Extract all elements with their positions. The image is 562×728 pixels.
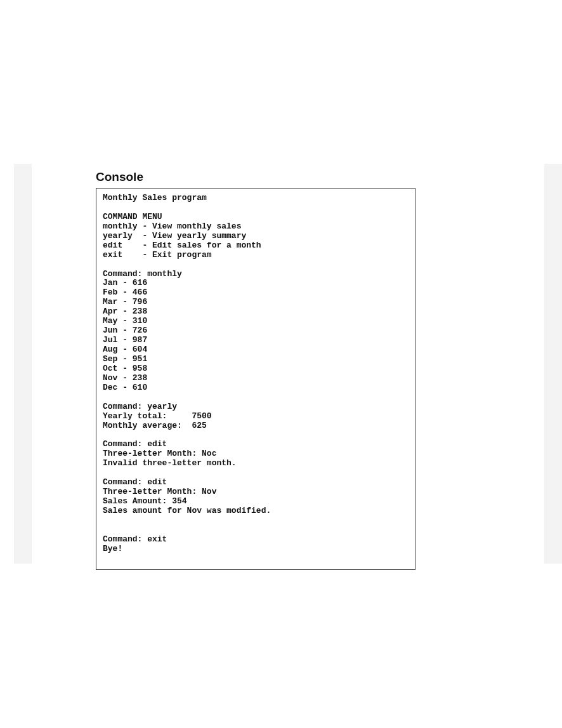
console-command: Command: monthly: [103, 269, 182, 279]
console-sales-line: Aug - 604: [103, 345, 147, 354]
console-input: Sales Amount: 354: [103, 496, 187, 506]
console-command: Command: edit: [103, 439, 167, 449]
console-command: Command: exit: [103, 534, 167, 544]
console-command: Command: edit: [103, 477, 167, 487]
console-sales-line: Apr - 238: [103, 307, 147, 316]
console-sales-line: Mar - 796: [103, 297, 147, 307]
console-menu-header: COMMAND MENU: [103, 212, 162, 222]
page-margin-left: [14, 164, 32, 564]
console-yearly-average: Monthly average: 625: [103, 421, 207, 430]
console-sales-line: Dec - 610: [103, 383, 147, 392]
console-sales-line: Jan - 616: [103, 278, 147, 288]
console-command: Command: yearly: [103, 402, 177, 411]
console-yearly-total: Yearly total: 7500: [103, 411, 212, 421]
console-sales-line: Oct - 958: [103, 364, 147, 373]
console-response: Sales amount for Nov was modified.: [103, 506, 271, 515]
console-input: Three-letter Month: Nov: [103, 487, 216, 496]
console-menu-line: monthly - View monthly sales: [103, 222, 241, 231]
console-sales-line: May - 310: [103, 316, 147, 326]
document-page: Console Monthly Sales program COMMAND ME…: [0, 164, 562, 564]
console-sales-line: Nov - 238: [103, 373, 147, 383]
console-sales-line: Jul - 987: [103, 335, 147, 345]
console-sales-line: Feb - 466: [103, 288, 147, 297]
content-area: Console Monthly Sales program COMMAND ME…: [96, 170, 451, 570]
console-output: Monthly Sales program COMMAND MENU month…: [96, 188, 415, 570]
console-input: Three-letter Month: Noc: [103, 449, 216, 458]
console-menu-line: exit - Exit program: [103, 250, 212, 260]
page-margin-right: [544, 164, 562, 564]
console-menu-line: edit - Edit sales for a month: [103, 241, 261, 250]
console-sales-line: Sep - 951: [103, 354, 147, 364]
console-response: Invalid three-letter month.: [103, 458, 237, 468]
console-response: Bye!: [103, 544, 122, 553]
console-sales-line: Jun - 726: [103, 326, 147, 335]
console-menu-line: yearly - View yearly summary: [103, 231, 246, 241]
console-program-title: Monthly Sales program: [103, 193, 207, 202]
console-heading: Console: [96, 170, 451, 184]
